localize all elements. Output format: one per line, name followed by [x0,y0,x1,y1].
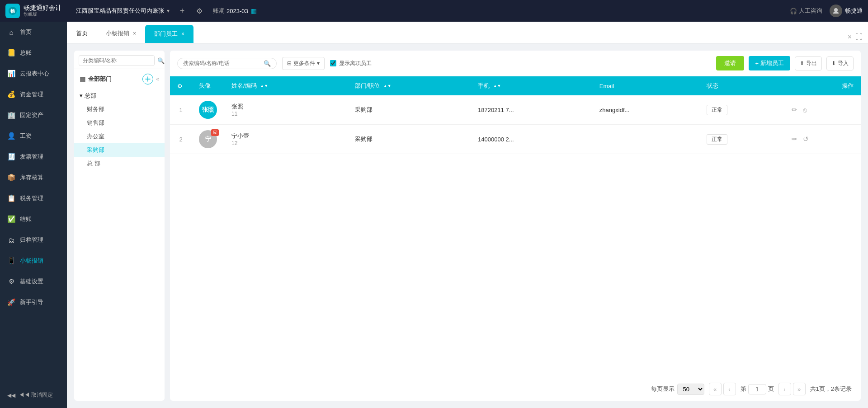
page-number-input[interactable] [748,384,766,394]
svg-point-2 [834,8,838,12]
col-actions: 操作 [784,76,861,95]
sidebar-item-home[interactable]: ⌂ 首页 [0,22,67,42]
add-tab-button[interactable]: + [177,5,188,16]
emp-table-body: 1 张照 张照 11 [170,95,861,154]
col-settings-icon[interactable]: ⚙ [177,83,183,89]
company-dropdown-icon[interactable]: ▾ [167,8,170,14]
tab-home-label: 首页 [76,29,88,38]
dept-node-child-1[interactable]: 财务部 [74,103,165,116]
dept-search-icon[interactable]: 🔍 [157,57,165,64]
sidebar-item-invoice[interactable]: 🧾 发票管理 [0,146,67,167]
dept-all-button[interactable]: ▦ 全部部门 [80,75,112,83]
dept-add-icon[interactable] [142,74,153,84]
dept-tree-header: ▦ 全部部门 « [74,69,165,87]
page-total-label: 共1页，2条记录 [810,385,852,393]
sidebar-item-salary[interactable]: 👤 工资 [0,126,67,146]
sidebar-label-assets: 固定资产 [20,111,43,119]
row1-signout-icon[interactable]: ⎋ [803,106,807,114]
row1-email: zhangxidf... [592,95,699,125]
tab-close-all-icon[interactable]: × [848,33,852,41]
row1-edit-icon[interactable]: ✏ [792,106,797,114]
sidebar-label-guide: 新手引导 [20,298,43,306]
sidebar-item-guide[interactable]: 🚀 新手引导 [0,292,67,313]
emp-toolbar: 🔍 ⊟ 更多条件 ▾ 显示离职员工 邀请 + [170,51,861,76]
dept-search-input[interactable] [79,55,155,66]
page-first-button[interactable]: « [709,383,722,395]
row2-dept: 采购部 [348,125,471,154]
col-actions-label: 操作 [842,82,854,89]
show-resigned-checkbox[interactable] [330,60,336,66]
sidebar-label-invoice: 发票管理 [20,153,43,161]
service-button[interactable]: 🎧 人工咨询 [790,7,822,15]
emp-search-icon[interactable]: 🔍 [264,60,271,67]
col-avatar: 头像 [192,76,224,95]
row2-mobile: 14000000 2... [471,125,592,154]
sidebar-item-inventory[interactable]: 📦 库存核算 [0,167,67,188]
emp-table-wrap: ⚙ 头像 姓名/编码 ▲▼ 部门/职位 [170,76,861,377]
sidebar-item-assets[interactable]: 🏢 固定资产 [0,105,67,126]
sidebar-item-tax[interactable]: 📋 税务管理 [0,188,67,209]
dept-panel: 🔍 ▦ 全部部门 « ▾ [74,51,165,401]
col-name-label: 姓名/编码 [231,82,257,89]
col-dept-pos[interactable]: 部门/职位 ▲▼ [348,76,471,95]
sidebar-label-checkout: 结账 [20,215,32,223]
col-mobile[interactable]: 手机 ▲▼ [471,76,592,95]
sidebar-item-ledger[interactable]: 📒 总账 [0,42,67,63]
dept-node-child-2[interactable]: 销售部 [74,116,165,130]
page-prev-button[interactable]: ‹ [723,383,736,395]
dept-node-child-4[interactable]: 采购部 [74,143,165,157]
tab-dept-emp[interactable]: 部门员工 × [145,25,193,43]
page-last-button[interactable]: » [793,383,806,395]
dept-node-child-3[interactable]: 办公室 [74,130,165,143]
tab-expense-close-icon[interactable]: × [133,30,136,37]
emp-search-box: 🔍 [177,58,277,69]
export-button[interactable]: ⬆ 导出 [795,56,822,70]
add-employee-button[interactable]: + 新增员工 [749,56,790,70]
emp-search-input[interactable] [183,60,261,66]
row2-code: 12 [231,140,340,146]
settings-icon[interactable]: ⚙ [193,5,206,17]
col-name-code[interactable]: 姓名/编码 ▲▼ [224,76,348,95]
filter-chevron: ▾ [317,60,320,66]
row2-edit-icon[interactable]: ✏ [792,135,797,143]
filter-button[interactable]: ⊟ 更多条件 ▾ [282,57,325,70]
sidebar-item-reports[interactable]: 📊 云报表中心 [0,63,67,84]
add-emp-label: 新增员工 [760,59,784,67]
unpin-button[interactable]: ◀◀ ◀◀ 取消固定 [0,387,67,403]
tab-dept-emp-close-icon[interactable]: × [181,31,184,37]
dept-node-parent-0[interactable]: ▾ 总部 [74,89,165,103]
sidebar-item-checkout[interactable]: ✅ 结账 [0,209,67,230]
sidebar-item-expense[interactable]: 📱 小畅报销 [0,250,67,271]
page-next-button[interactable]: › [778,383,791,395]
import-button[interactable]: ⬇ 导入 [826,56,854,70]
sidebar-item-settings[interactable]: ⚙ 基础设置 [0,271,67,292]
headset-icon: 🎧 [790,8,797,14]
user-name: 畅捷通 [845,7,863,15]
col-status: 状态 [699,76,784,95]
expense-icon: 📱 [7,257,15,265]
invite-button[interactable]: 邀请 [716,56,744,70]
user-menu[interactable]: 畅捷通 [830,5,863,17]
app-name: 畅捷通好会计 [24,4,61,12]
sidebar-item-funds[interactable]: 💰 资金管理 [0,84,67,105]
export-label: 导出 [806,60,817,67]
tab-bar: 首页 小畅报销 × 部门员工 × × ⛶ [67,22,868,43]
col-email: Email [592,76,699,95]
col-dept-label: 部门/职位 [355,82,380,89]
filter-label: 更多条件 [293,60,315,67]
tab-fullscreen-icon[interactable]: ⛶ [855,33,863,41]
sidebar-item-archive[interactable]: 🗂 归档管理 [0,230,67,250]
table-row: 1 张照 张照 11 [170,95,861,125]
calendar-icon[interactable]: ▦ [251,7,257,14]
tab-expense[interactable]: 小畅报销 × [97,25,145,43]
page-nav: « ‹ [709,383,736,395]
dept-collapse-icon[interactable]: « [156,76,159,82]
tab-home[interactable]: 首页 [67,25,97,43]
row1-code: 11 [231,111,340,117]
dept-node-child-5[interactable]: 总 部 [74,157,165,170]
row2-refresh-icon[interactable]: ↺ [803,135,809,143]
row1-avatar: 张照 [199,101,217,119]
company-name: 江西服宝精品有限责任公司内账张 [76,7,164,15]
per-page-select[interactable]: 50 10 20 100 [677,384,704,395]
col-email-label: Email [599,83,614,89]
